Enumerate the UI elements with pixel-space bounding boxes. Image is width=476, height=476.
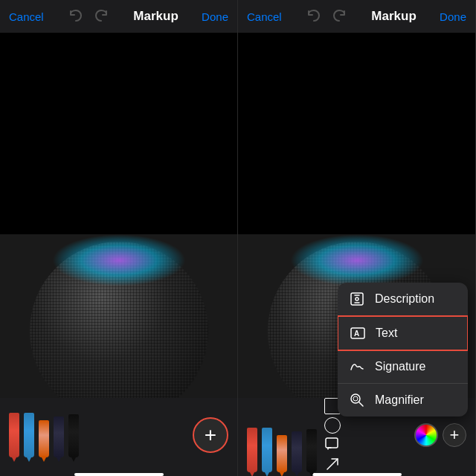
signature-menu-item[interactable]: Signature <box>338 350 468 384</box>
circle-shape-button[interactable] <box>324 417 341 434</box>
blue-pen-body <box>24 413 34 457</box>
right-dark-pen-2-body <box>306 429 317 472</box>
svg-rect-6 <box>326 438 338 448</box>
pink-pen-tool[interactable] <box>39 420 49 457</box>
description-icon <box>348 290 366 308</box>
text-label: Text <box>376 327 397 340</box>
right-top-icons <box>305 7 348 25</box>
svg-point-5 <box>353 396 358 401</box>
plus-icon: + <box>205 425 216 446</box>
right-home-bar <box>312 473 402 476</box>
pink-pen-body <box>39 420 49 457</box>
right-cancel-button[interactable]: Cancel <box>247 10 282 23</box>
svg-line-7 <box>327 459 338 469</box>
description-menu-item[interactable]: Description <box>338 283 468 316</box>
add-tool-button[interactable]: + <box>193 417 228 453</box>
svg-point-4 <box>351 394 360 403</box>
magnifier-label: Magnifier <box>375 393 424 407</box>
dark-pen-1-tip <box>56 456 62 462</box>
right-blue-pen-body <box>262 428 272 472</box>
right-top-bar: Cancel Markup Done <box>238 0 475 33</box>
left-preview-area <box>0 33 237 234</box>
left-speaker-area <box>0 234 237 398</box>
right-pink-pen-tool[interactable] <box>277 435 287 472</box>
magnifier-icon <box>348 391 366 409</box>
blue-pen-tip <box>26 456 32 462</box>
dark-pen-1-body <box>54 416 64 457</box>
color-wheel-button[interactable] <box>414 423 438 447</box>
speech-shape-button[interactable] <box>324 437 341 453</box>
right-pink-pen-body <box>277 435 287 472</box>
dark-pen-1-tool[interactable] <box>54 416 64 457</box>
right-dark-pen-1-tool[interactable] <box>292 431 302 472</box>
dark-pen-2-tool[interactable] <box>68 414 79 457</box>
left-home-indicator <box>0 472 237 476</box>
right-plus-icon: + <box>450 427 460 443</box>
magnifier-menu-item[interactable]: Magnifier <box>338 384 468 416</box>
arrow-shape-button[interactable] <box>324 456 341 472</box>
right-dark-pen-1-tip <box>294 471 300 476</box>
red-pen-tip <box>11 456 17 462</box>
left-done-button[interactable]: Done <box>202 10 228 23</box>
right-toolbar: Description A Text Sig <box>238 398 475 472</box>
signature-icon <box>348 358 366 376</box>
left-cancel-button[interactable]: Cancel <box>9 10 44 23</box>
red-pen-tool[interactable] <box>9 413 19 457</box>
dark-pen-2-body <box>68 414 79 457</box>
left-top-icons <box>67 7 110 25</box>
right-blue-pen-tool[interactable] <box>262 428 272 472</box>
right-pink-pen-tip <box>279 471 285 476</box>
blue-pen-tool[interactable] <box>24 413 34 457</box>
svg-point-1 <box>356 298 358 300</box>
right-preview-area <box>238 33 475 234</box>
text-menu-item[interactable]: A Text <box>338 315 468 351</box>
speaker-glow-left <box>52 234 186 286</box>
left-tools-row <box>9 413 182 457</box>
red-pen-body <box>9 413 19 457</box>
right-undo-icon[interactable] <box>305 7 323 25</box>
right-panel: Cancel Markup Done <box>238 0 476 476</box>
right-dark-pen-2-tip <box>309 471 315 476</box>
undo-icon[interactable] <box>67 7 85 25</box>
right-markup-title: Markup <box>371 9 416 24</box>
left-panel: Cancel Markup Done <box>0 0 238 476</box>
text-icon: A <box>349 324 367 342</box>
redo-icon[interactable] <box>92 7 110 25</box>
right-plus-button[interactable]: + <box>443 423 466 447</box>
right-red-pen-body <box>247 428 257 472</box>
svg-text:A: A <box>354 329 359 338</box>
left-home-bar <box>74 473 164 476</box>
signature-label: Signature <box>375 360 426 373</box>
dark-pen-2-tip <box>71 456 77 462</box>
right-blue-pen-tip <box>264 471 270 476</box>
right-redo-icon[interactable] <box>330 7 348 25</box>
pink-pen-tip <box>41 456 47 462</box>
speaker-glow-right <box>290 234 424 286</box>
right-red-pen-tool[interactable] <box>247 428 257 472</box>
left-markup-title: Markup <box>133 9 178 24</box>
left-top-bar: Cancel Markup Done <box>0 0 237 33</box>
right-dark-pen-1-body <box>292 431 302 472</box>
tools-dropdown-menu: Description A Text Sig <box>338 283 468 416</box>
left-toolbar: + <box>0 398 237 472</box>
right-toolbar-actions: + <box>414 423 466 447</box>
right-dark-pen-2-tool[interactable] <box>306 429 317 472</box>
right-done-button[interactable]: Done <box>440 10 466 23</box>
right-red-pen-tip <box>249 471 255 476</box>
description-label: Description <box>375 292 434 306</box>
right-home-indicator <box>238 472 475 476</box>
